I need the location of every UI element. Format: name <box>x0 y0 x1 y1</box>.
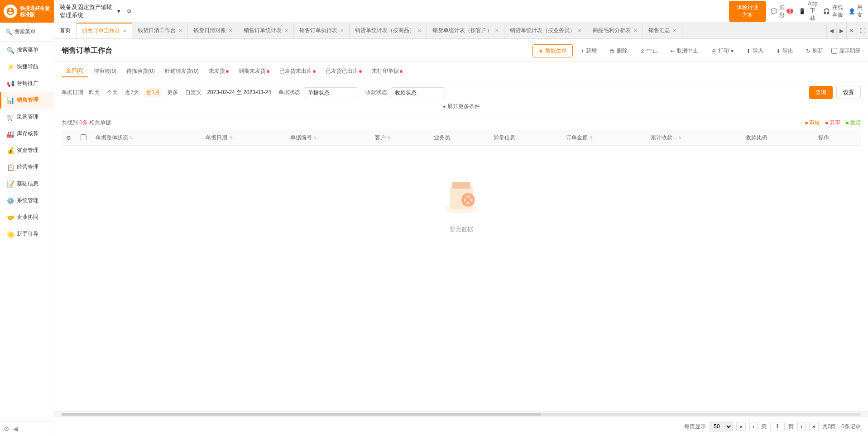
export-button[interactable]: ⬇ 导出 <box>772 45 798 57</box>
refresh-button[interactable]: ↻ 刷新 <box>801 45 828 57</box>
expand-conditions[interactable]: ▾ 展开更多条件 <box>443 103 480 110</box>
filter-tab-shipped_out[interactable]: 已发货已出库 <box>321 66 366 77</box>
filter-tab-wangpu[interactable]: 旺铺待发货(0) <box>160 66 203 77</box>
sidebar-item-system[interactable]: ⚙️系统管理 <box>0 192 54 209</box>
system-settings-icon[interactable]: ⚙ <box>125 6 724 16</box>
sidebar-item-search[interactable]: 🔍搜索菜单 <box>0 42 54 58</box>
tab-close-sales-single-customer[interactable]: ✕ <box>495 28 499 33</box>
settings-icon-button[interactable]: ⚙ <box>4 425 10 432</box>
tab-close-cash-daily[interactable]: ✕ <box>178 28 182 33</box>
message-button[interactable]: 💬 消息 6 <box>771 4 794 19</box>
payment-select[interactable]: 收款状态 <box>391 87 445 98</box>
date-custom-btn[interactable]: 自定义 <box>183 88 203 97</box>
tab-sales-exec[interactable]: 销售订单执行表✕ <box>294 23 350 39</box>
system-title-dropdown[interactable]: 装备及固定资产辅助管理系统 ▾ <box>60 3 120 19</box>
tab-prev-button[interactable]: ◀ <box>826 23 836 39</box>
sidebar-item-sales[interactable]: 📊销售管理 <box>0 92 54 109</box>
tab-home[interactable]: 首页 <box>54 23 77 39</box>
last-page-button[interactable]: » <box>809 422 819 431</box>
th-actions: 操作 <box>814 130 861 146</box>
sidebar-item-operations[interactable]: 📋经营管理 <box>0 159 54 175</box>
scroll-thumb[interactable] <box>62 413 541 416</box>
collapse-sidebar-button[interactable]: ◀ <box>13 425 18 432</box>
prev-page-button[interactable]: ‹ <box>749 422 758 431</box>
delete-button[interactable]: 🗑 删除 <box>605 45 632 57</box>
import-button[interactable]: ⬆ 导入 <box>742 45 768 57</box>
filter-tab-unshipped[interactable]: 未发货 <box>204 66 233 77</box>
date-more-btn[interactable]: 更多 <box>165 88 180 97</box>
tab-sales-single-customer[interactable]: 销货单统计表（按客户）✕ <box>427 23 504 39</box>
audit-button[interactable]: 审核 <box>805 119 820 127</box>
tab-close-gross-margin[interactable]: ✕ <box>633 28 637 33</box>
ship-button[interactable]: 发货 <box>846 119 861 127</box>
filter-tab-all[interactable]: 全部(0) <box>62 65 88 77</box>
new-button[interactable]: + 新增 <box>576 45 601 57</box>
tab-close-sales-workbench[interactable]: ✕ <box>123 28 126 33</box>
tab-maximize-button[interactable]: ⛶ <box>857 23 868 39</box>
th-settings[interactable]: ⚙ <box>62 130 76 146</box>
tab-close-all-button[interactable]: ✕ <box>846 23 857 39</box>
status-select[interactable]: 单据状态 <box>304 87 358 98</box>
filter-tab-pending[interactable]: 待审核(0) <box>89 66 121 77</box>
tab-gross-margin[interactable]: 商品毛利分析表✕ <box>587 23 643 39</box>
stop-button[interactable]: ⊘ 中止 <box>636 45 662 57</box>
tab-close-sales-single-product[interactable]: ✕ <box>417 28 421 33</box>
first-page-button[interactable]: « <box>736 422 746 431</box>
smart-create-button[interactable]: ★ 智能生单 <box>532 44 573 57</box>
tab-close-sales-summary[interactable]: ✕ <box>673 28 676 33</box>
th-customer[interactable]: 客户 ⇅ <box>370 130 429 146</box>
date-today-btn[interactable]: 今天 <box>105 88 120 97</box>
sidebar-item-marketing[interactable]: 📢营销推广 <box>0 75 54 92</box>
th-amount[interactable]: 订单金额 ⇅ <box>561 130 646 146</box>
th-date[interactable]: 单据日期 ⇅ <box>201 130 286 146</box>
cancel-stop-button[interactable]: ↩ 取消中止 <box>666 45 703 57</box>
tab-cash-reconcile[interactable]: 钱货日清对账✕ <box>188 23 238 39</box>
search-menu-button[interactable]: 🔍 搜索菜单 <box>4 26 50 38</box>
tab-sales-single-staff[interactable]: 销货单统计表（按业务员）✕ <box>504 23 587 39</box>
date-1month-btn[interactable]: 近1月 <box>144 88 162 97</box>
sidebar-item-guide[interactable]: 🌟新手引导 <box>0 226 54 242</box>
show-detail-checkbox[interactable] <box>831 48 837 54</box>
page-number-input[interactable] <box>770 422 785 431</box>
filter-tab-overdue[interactable]: 到期未发货 <box>234 66 274 77</box>
tab-sales-stats[interactable]: 销售订单统计表✕ <box>238 23 294 39</box>
select-all-checkbox[interactable] <box>81 134 86 140</box>
tab-close-cash-reconcile[interactable]: ✕ <box>229 28 232 33</box>
tab-cash-daily[interactable]: 钱货日清工作台✕ <box>132 23 188 39</box>
tab-next-button[interactable]: ▶ <box>836 23 846 39</box>
date-yesterday-btn[interactable]: 昨天 <box>87 88 101 97</box>
sidebar-item-quicknav[interactable]: ⚡快捷导航 <box>0 58 54 75</box>
th-collected[interactable]: 累计收款... ⇅ <box>646 130 741 146</box>
tab-close-sales-stats[interactable]: ✕ <box>284 28 288 33</box>
horizontal-scrollbar[interactable] <box>54 411 868 417</box>
sidebar-item-finance[interactable]: 💰资金管理 <box>0 142 54 159</box>
sidebar-item-purchase[interactable]: 🛒采购管理 <box>0 109 54 125</box>
filter-tab-not_printed[interactable]: 未打印单据 <box>367 66 407 77</box>
tab-close-sales-exec[interactable]: ✕ <box>340 28 344 33</box>
online-service-button[interactable]: 🎧 在线客服 <box>823 4 843 19</box>
query-button[interactable]: 查询 <box>809 86 833 99</box>
th-checkbox[interactable] <box>76 130 91 146</box>
print-button[interactable]: 🖨 打印 ▾ <box>706 45 738 57</box>
th-number[interactable]: 单据编号 ⇅ <box>286 130 370 146</box>
filter-tab-inspect[interactable]: 待拣验货(0) <box>122 66 159 77</box>
cancel-audit-button[interactable]: 弃审 <box>825 119 840 127</box>
sidebar-item-enterprise[interactable]: 🤝企业协同 <box>0 209 54 226</box>
date-7days-btn[interactable]: 近7天 <box>123 88 141 97</box>
filter-tab-shipped_not_out[interactable]: 已发货未出库 <box>275 66 320 77</box>
tab-sales-single-product[interactable]: 销货单统计表（按商品）✕ <box>350 23 427 39</box>
tab-close-sales-single-staff[interactable]: ✕ <box>578 28 581 33</box>
user-button[interactable]: 👤 用友 <box>849 4 863 19</box>
app-download-button[interactable]: 📱 App下载 <box>799 0 818 22</box>
sidebar-item-basic[interactable]: 📝基础信息 <box>0 175 54 192</box>
sidebar-search-area[interactable]: 🔍 搜索菜单 <box>0 23 54 42</box>
tab-sales-summary[interactable]: 销售汇总✕ <box>643 23 682 39</box>
show-detail-label[interactable]: 显示明细 <box>831 47 861 55</box>
page-size-select[interactable]: 50 10 20 100 <box>710 422 733 431</box>
set-button[interactable]: 设置 <box>836 86 861 99</box>
next-page-button[interactable]: › <box>797 422 806 431</box>
tab-sales-workbench[interactable]: 销售订单工作台✕ <box>77 23 132 39</box>
industry-solution-button[interactable]: 体验行业方案 <box>729 1 766 22</box>
sidebar-item-inventory[interactable]: 🏭库存核算 <box>0 125 54 142</box>
th-staff[interactable]: 业务员 <box>429 130 489 146</box>
